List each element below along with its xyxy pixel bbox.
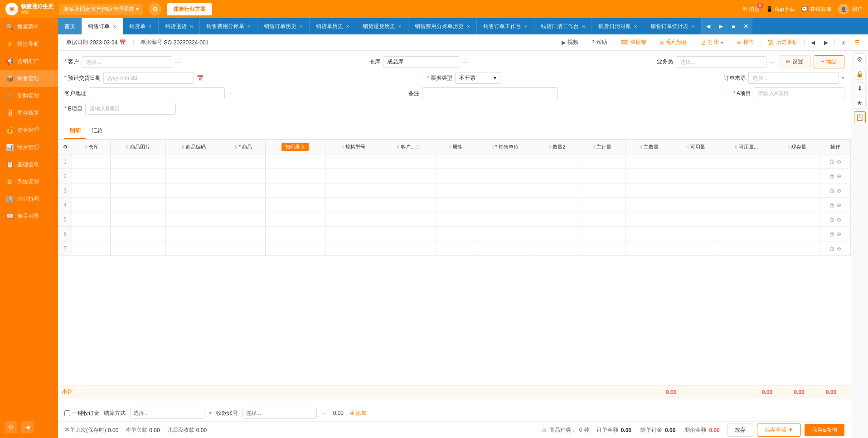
scan-button[interactable]: 扫码录入	[281, 143, 309, 151]
cell-3-main-qty[interactable]	[625, 183, 672, 198]
cell-5-attr[interactable]	[436, 212, 474, 227]
cell-3-avail[interactable]	[672, 183, 719, 198]
cell-4-cust-code[interactable]	[381, 198, 436, 212]
warehouse-input[interactable]	[383, 56, 459, 68]
cell-5-unit[interactable]	[474, 212, 535, 227]
cell-3-curr[interactable]	[773, 183, 820, 198]
cell-7-curr[interactable]	[773, 241, 820, 256]
tab-close-order-workbench[interactable]: ✕	[524, 24, 528, 29]
col-header-settings[interactable]: ⚙	[58, 140, 72, 154]
copy-icon-7[interactable]: ⊕	[837, 245, 841, 252]
cell-7-image[interactable]	[110, 241, 165, 256]
cell-7-scan[interactable]	[265, 241, 325, 256]
col-header-product[interactable]: ⇅* 商品	[221, 140, 265, 154]
prev-record-btn[interactable]: ◀	[808, 38, 818, 47]
sidebar-item-basic-info[interactable]: 📋 基础信息	[0, 156, 58, 173]
cell-6-unit[interactable]	[474, 227, 535, 241]
industry-button[interactable]: 体验行业方案	[167, 3, 212, 15]
cell-1-unit[interactable]	[474, 154, 535, 169]
delete-icon-4[interactable]: 🗑	[829, 202, 835, 208]
col-header-code[interactable]: ⇅商品编码	[165, 140, 221, 154]
copy-icon-3[interactable]: ⊕	[837, 188, 841, 194]
invoice-select[interactable]: 不开票 ▾	[455, 72, 500, 84]
cell-3-image[interactable]	[110, 183, 165, 198]
delete-icon-7[interactable]: 🗑	[829, 245, 835, 252]
save-draft-button[interactable]: 保存草稿 ▼	[757, 424, 801, 437]
cell-2-image[interactable]	[110, 169, 165, 183]
sidebar-item-quick-nav[interactable]: ⚡ 快捷导航	[0, 35, 58, 53]
cell-6-curr[interactable]	[773, 227, 820, 241]
profit-btn[interactable]: ◎ 毛利预估	[657, 37, 690, 48]
cell-6-image[interactable]	[110, 227, 165, 241]
copy-icon-1[interactable]: ⊕	[837, 159, 841, 165]
user-area[interactable]: 👤 用户	[838, 4, 863, 14]
side-btn-star[interactable]: ★	[854, 97, 866, 109]
sidebar-item-inventory[interactable]: 🗄 库存核算	[0, 104, 58, 121]
add-item-btn[interactable]: + 物品	[814, 55, 844, 68]
settings-top-btn[interactable]: ⚙ 设置	[778, 55, 810, 68]
cell-4-curr[interactable]	[773, 198, 820, 212]
sidebar-item-purchase[interactable]: 🛒 采购管理	[0, 87, 58, 104]
tab-nav-right[interactable]: ▶	[714, 18, 727, 34]
sidebar-item-enterprise[interactable]: 🏢 企业协同	[0, 190, 58, 207]
cell-4-avail[interactable]	[672, 198, 719, 212]
tab-summary[interactable]: 汇总	[86, 123, 108, 139]
project-b-input[interactable]	[85, 103, 176, 115]
cell-5-scan[interactable]	[265, 212, 325, 227]
cell-5-curr[interactable]	[773, 212, 820, 227]
cell-4-attr[interactable]	[436, 198, 474, 212]
cell-6-avail[interactable]	[672, 227, 719, 241]
tab-goods-history[interactable]: 销货单历史 ✕	[310, 18, 356, 34]
history-btn[interactable]: 📜 历史单据	[765, 37, 800, 48]
cell-5-cust-code[interactable]	[381, 212, 436, 227]
cell-1-qty2[interactable]	[535, 154, 578, 169]
cell-5-product[interactable]	[221, 212, 265, 227]
side-btn-lock[interactable]: 🔒	[854, 68, 866, 80]
cell-3-cust-code[interactable]	[381, 183, 436, 198]
cell-7-attr[interactable]	[436, 241, 474, 256]
cell-1-main-qty[interactable]	[625, 154, 672, 169]
cell-6-code[interactable]	[165, 227, 221, 241]
col-header-warehouse[interactable]: ⇅仓库	[72, 140, 111, 154]
tab-close-sales-goods[interactable]: ✕	[148, 24, 152, 29]
one-click-checkbox[interactable]	[64, 410, 70, 416]
tab-close-return-history[interactable]: ✕	[398, 24, 402, 29]
cell-2-curr[interactable]	[773, 169, 820, 183]
tab-close-expense-history[interactable]: ✕	[466, 24, 470, 29]
sidebar-collapse-btn[interactable]: ◀	[21, 421, 34, 433]
payment-method-input[interactable]	[130, 408, 204, 419]
address-dots-btn[interactable]: ···	[228, 90, 233, 97]
delete-icon-5[interactable]: 🗑	[829, 217, 835, 223]
cell-4-spec[interactable]	[325, 198, 381, 212]
cell-1-curr[interactable]	[773, 154, 820, 169]
col-header-image[interactable]: ⇅商品图片	[110, 140, 165, 154]
cell-2-unit[interactable]	[474, 169, 535, 183]
delete-icon-6[interactable]: 🗑	[829, 231, 835, 237]
cell-3-avail2[interactable]	[719, 183, 773, 198]
tab-home[interactable]: 首页	[58, 18, 82, 34]
cell-3-warehouse[interactable]	[72, 183, 111, 198]
cell-7-spec[interactable]	[325, 241, 381, 256]
tab-sales-history[interactable]: 销售订单历史 ✕	[257, 18, 310, 34]
cell-7-avail2[interactable]	[719, 241, 773, 256]
cell-7-warehouse[interactable]	[72, 241, 111, 256]
cell-6-cust-code[interactable]	[381, 227, 436, 241]
cell-1-product[interactable]	[221, 154, 265, 169]
save-new-button[interactable]: 保存&新增	[805, 424, 844, 436]
add-payment-btn[interactable]: ⊕ 添加	[350, 409, 367, 417]
table-scrollbar[interactable]	[58, 399, 851, 405]
operations-btn[interactable]: ⚙ 操作	[734, 37, 757, 48]
cell-2-code[interactable]	[165, 169, 221, 183]
cell-1-main-unit[interactable]	[578, 154, 625, 169]
cell-2-spec[interactable]	[325, 169, 381, 183]
side-btn-download[interactable]: ⬇	[854, 82, 866, 94]
cell-7-code[interactable]	[165, 241, 221, 256]
sidebar-item-system[interactable]: ⚙ 系统管理	[0, 173, 58, 190]
cell-2-attr[interactable]	[436, 169, 474, 183]
side-btn-clipboard[interactable]: 📋	[854, 111, 866, 123]
cell-6-product[interactable]	[221, 227, 265, 241]
cell-6-attr[interactable]	[436, 227, 474, 241]
cell-5-code[interactable]	[165, 212, 221, 227]
message-icon-area[interactable]: ✉ 消息 9	[742, 5, 760, 13]
col-header-available[interactable]: ⇅可用量	[672, 140, 719, 154]
